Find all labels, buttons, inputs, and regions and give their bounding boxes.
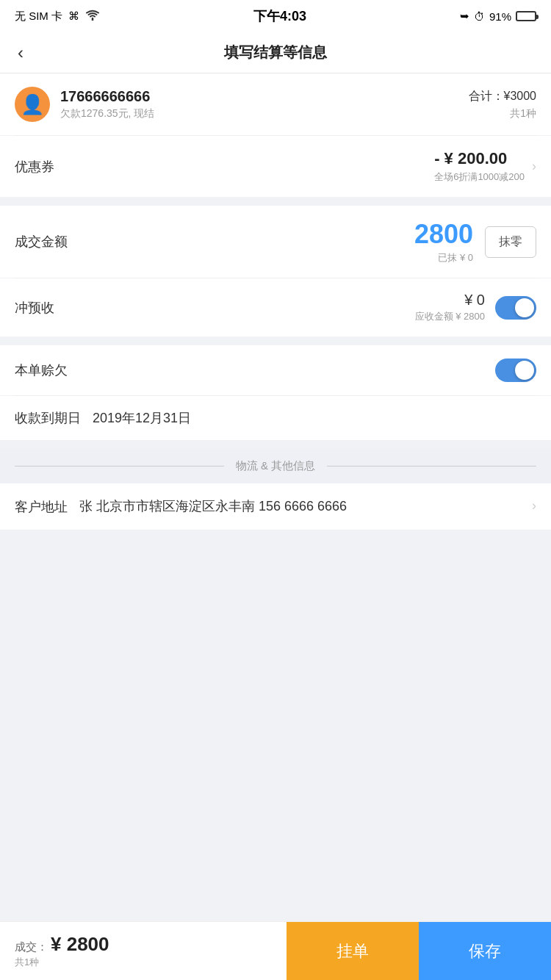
- prepay-row: 冲预收 ¥ 0 应收金额 ¥ 2800: [0, 278, 551, 336]
- wifi-icon: ⌘: [68, 10, 79, 23]
- alarm-icon: ⏱: [474, 10, 485, 23]
- customer-card: 👤 17666666666 欠款1276.35元, 现结 合计：¥3000 共1…: [0, 73, 551, 135]
- content-area: 👤 17666666666 欠款1276.35元, 现结 合计：¥3000 共1…: [0, 73, 551, 735]
- address-chevron: ›: [532, 497, 536, 514]
- customer-phone: 17666666666: [60, 88, 154, 105]
- address-value: 张 北京市市辖区海淀区永丰南 156 6666 6666: [79, 497, 520, 516]
- customer-info: 17666666666 欠款1276.35元, 现结: [60, 88, 154, 120]
- address-row[interactable]: 客户地址 张 北京市市辖区海淀区永丰南 156 6666 6666 ›: [0, 483, 551, 530]
- prepay-top: 冲预收 ¥ 0 应收金额 ¥ 2800: [15, 292, 536, 323]
- prepay-amount-col: ¥ 0 应收金额 ¥ 2800: [415, 292, 485, 323]
- prepay-right: ¥ 0 应收金额 ¥ 2800: [415, 292, 536, 323]
- page-title: 填写结算等信息: [224, 43, 327, 62]
- prepay-sub: 应收金额 ¥ 2800: [415, 310, 485, 323]
- prepay-label: 冲预收: [15, 299, 54, 317]
- deal-amount: 2800: [414, 219, 473, 250]
- coupon-desc: 全场6折满1000减200: [434, 170, 525, 184]
- coupon-chevron: ›: [532, 159, 536, 174]
- avatar-icon: 👤: [21, 93, 44, 116]
- pending-button[interactable]: 挂单: [287, 922, 419, 980]
- coupon-right: - ¥ 200.00 全场6折满1000减200 ›: [434, 149, 536, 184]
- divider-line-left: [15, 466, 224, 466]
- section-divider-text: 物流 & 其他信息: [236, 459, 315, 473]
- debt-toggle[interactable]: [495, 359, 536, 382]
- bottom-bar: 成交： ¥ 2800 共1种 挂单 保存: [0, 921, 551, 980]
- bottom-deal-label: 成交：: [15, 940, 48, 954]
- bottom-deal-line: 成交： ¥ 2800: [15, 933, 272, 956]
- bottom-deal-amount: ¥ 2800: [51, 933, 109, 956]
- nav-bar: ‹ 填写结算等信息: [0, 32, 551, 73]
- debt-right: [495, 359, 536, 382]
- bottom-summary: 成交： ¥ 2800 共1种: [0, 922, 287, 980]
- status-right: ➥ ⏱ 91%: [460, 10, 536, 23]
- battery-bar: [516, 11, 536, 21]
- deal-amount-row: 成交金额 2800 已抹 ¥ 0 抹零: [0, 206, 551, 278]
- debt-label: 本单赊欠: [15, 361, 68, 379]
- prepay-amount: ¥ 0: [415, 292, 485, 309]
- location-icon: ➥: [460, 10, 469, 23]
- divider-6: [0, 440, 551, 449]
- avatar: 👤: [15, 87, 50, 122]
- carrier-text: 无 SIM 卡: [15, 10, 62, 24]
- save-button[interactable]: 保存: [419, 922, 551, 980]
- due-date-row: 收款到期日 2019年12月31日: [0, 396, 551, 440]
- address-label: 客户地址: [15, 497, 68, 516]
- divider-line-right: [327, 466, 536, 466]
- customer-left: 👤 17666666666 欠款1276.35元, 现结: [15, 87, 154, 122]
- wifi-signal: [85, 10, 100, 23]
- customer-right: 合计：¥3000 共1种: [469, 89, 537, 120]
- logistics-section: 物流 & 其他信息: [0, 449, 551, 483]
- coupon-discount: - ¥ 200.00: [434, 149, 525, 168]
- back-button[interactable]: ‹: [12, 37, 29, 69]
- total-count: 共1种: [469, 107, 537, 120]
- coupon-row[interactable]: 优惠券 - ¥ 200.00 全场6折满1000减200 ›: [0, 136, 551, 197]
- due-date-label: 收款到期日: [15, 409, 81, 427]
- deal-sub: 已抹 ¥ 0: [414, 251, 473, 264]
- debt-toggle-knob: [515, 361, 534, 380]
- deal-right: 2800 已抹 ¥ 0 抹零: [414, 219, 536, 264]
- prepay-toggle[interactable]: [495, 296, 536, 320]
- status-bar: 无 SIM 卡 ⌘ 下午4:03 ➥ ⏱ 91%: [0, 0, 551, 32]
- divider-4: [0, 336, 551, 345]
- debt-row: 本单赊欠: [0, 345, 551, 395]
- status-time: 下午4:03: [253, 7, 306, 25]
- deal-label: 成交金额: [15, 233, 68, 251]
- due-date-value: 2019年12月31日: [93, 409, 191, 427]
- battery-percent: 91%: [489, 10, 511, 23]
- status-left: 无 SIM 卡 ⌘: [15, 10, 100, 24]
- deal-amount-col: 2800 已抹 ¥ 0: [414, 219, 473, 264]
- total-amount: 合计：¥3000: [469, 89, 537, 104]
- empty-area: [0, 530, 551, 677]
- bottom-count: 共1种: [15, 956, 272, 969]
- round-zero-button[interactable]: 抹零: [485, 226, 536, 258]
- coupon-label: 优惠券: [15, 158, 54, 176]
- toggle-knob: [515, 298, 534, 317]
- divider-2: [0, 197, 551, 206]
- customer-sub: 欠款1276.35元, 现结: [60, 107, 154, 120]
